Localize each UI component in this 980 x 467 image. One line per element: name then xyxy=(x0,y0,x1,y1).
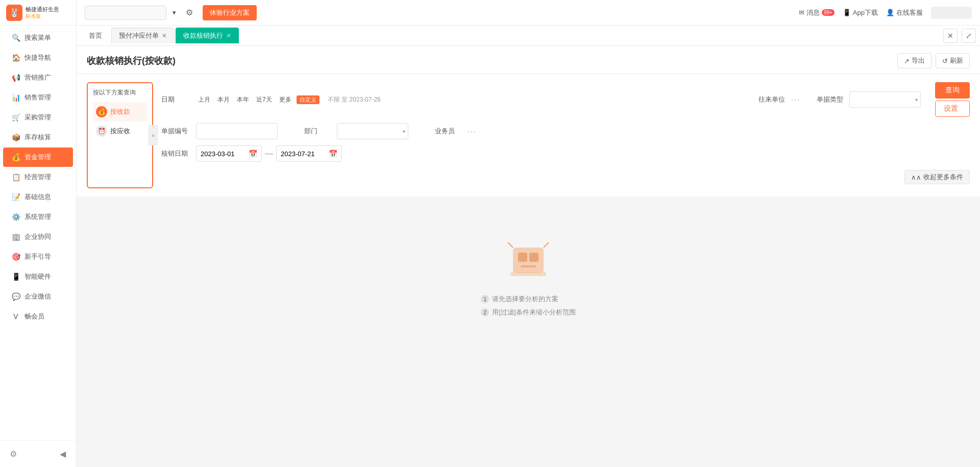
sidebar-item-search[interactable]: 🔍 搜索菜单 xyxy=(3,28,73,47)
main-content: ▾ ⚙ 休验行业方案 ✉ 消息 99+ 📱 App下载 👤 在线客服 首页预付冲… xyxy=(77,0,980,467)
nav-icon-search: 🔍 xyxy=(11,33,20,42)
date-shortcut-more[interactable]: 更多 xyxy=(277,94,293,105)
tab-write-off[interactable]: 收款核销执行✕ xyxy=(176,28,239,43)
sidebar-item-guide[interactable]: 🎯 新手引导 xyxy=(3,247,73,266)
sidebar-item-finance[interactable]: 💰 资金管理 xyxy=(3,148,73,167)
tab-close-prepay[interactable]: ✕ xyxy=(162,32,167,39)
logo-text: 畅捷通好生意 标准版 xyxy=(26,6,59,19)
date-shortcut-this-month[interactable]: 本月 xyxy=(215,94,232,105)
nav-icon-inventory: 📦 xyxy=(11,133,20,142)
sidebar-item-system[interactable]: ⚙️ 系统管理 xyxy=(3,207,73,227)
nav-label-system: 系统管理 xyxy=(24,212,51,222)
messages-btn[interactable]: ✉ 消息 99+ xyxy=(799,8,835,17)
tab-close-write-off[interactable]: ✕ xyxy=(226,32,231,39)
message-icon: ✉ xyxy=(799,9,804,16)
messages-label: 消息 xyxy=(806,8,820,17)
voucher-type-select[interactable] xyxy=(849,91,921,108)
sidebar-item-purchase[interactable]: 🛒 采购管理 xyxy=(3,108,73,127)
header-gear-icon[interactable]: ⚙ xyxy=(182,6,197,20)
nav-label-sales: 销售管理 xyxy=(24,93,51,102)
empty-state: 1 请先选择要分析的方案 2 用[过滤]条件来缩小分析范围 xyxy=(77,196,980,358)
calendar-end-icon[interactable]: 📅 xyxy=(329,150,337,158)
app-download-btn[interactable]: 📱 App下载 xyxy=(843,8,878,17)
nav-label-basic-info: 基础信息 xyxy=(24,192,51,202)
empty-tip-1: 1 请先选择要分析的方案 xyxy=(481,294,575,304)
writeoff-date-end-input[interactable] xyxy=(281,150,327,158)
collapse-filter-btn[interactable]: « xyxy=(148,125,158,145)
department-select[interactable] xyxy=(337,123,408,139)
staff-dots-btn[interactable]: ··· xyxy=(468,127,477,135)
date-shortcut-last-month[interactable]: 上月 xyxy=(196,94,212,105)
sidebar-item-marketing[interactable]: 📢 营销推广 xyxy=(3,68,73,87)
sidebar-item-enterprise[interactable]: 🏢 企业协同 xyxy=(3,227,73,247)
voucher-no-input[interactable] xyxy=(196,123,278,139)
date-limit: 不限 至 2023-07-26 xyxy=(328,95,381,104)
sidebar-item-wechat[interactable]: 💬 企业微信 xyxy=(3,287,73,306)
sidebar-item-hardware[interactable]: 📱 智能硬件 xyxy=(3,267,73,286)
receipt-icon: 💰 xyxy=(96,106,107,117)
filter-row-1: 日期 上月 本月 本年 近7天 更多 自定义 不限 至 2023-07-26 往… xyxy=(161,82,970,117)
date-separator: — xyxy=(265,149,273,158)
filter-panel-title: 按以下方案查询 xyxy=(93,88,147,97)
nav-label-guide: 新手引导 xyxy=(24,252,51,261)
tip-num-2: 2 xyxy=(481,308,489,316)
svg-line-5 xyxy=(508,242,513,248)
online-service-btn[interactable]: 👤 在线客服 xyxy=(886,8,923,17)
sidebar-item-sales[interactable]: 📊 销售管理 xyxy=(3,88,73,107)
filter-by-receivable[interactable]: ⏰ 按应收 xyxy=(93,121,147,141)
receivable-icon: ⏰ xyxy=(96,126,107,137)
page-title-row: 收款核销执行(按收款) ↗ 导出 ↺ 刷新 xyxy=(87,53,970,73)
collapse-sidebar-btn[interactable]: ◀ xyxy=(55,446,71,462)
tab-prepay[interactable]: 预付冲应付单✕ xyxy=(111,28,175,43)
settings-btn[interactable]: 设置 xyxy=(935,101,970,117)
logo-icon: 🐰 xyxy=(6,5,22,21)
sidebar-item-quick-nav[interactable]: 🏠 快捷导航 xyxy=(3,48,73,67)
svg-rect-1 xyxy=(518,253,527,262)
collapse-chevron-icon: ∧∧ xyxy=(911,174,921,181)
nav-icon-system: ⚙️ xyxy=(11,212,20,222)
filter-receivable-label: 按应收 xyxy=(110,127,130,136)
close-tab-btn[interactable]: ✕ xyxy=(943,29,958,43)
user-avatar[interactable] xyxy=(931,7,972,19)
empty-illustration xyxy=(498,237,559,288)
sidebar-bottom: ⚙ ◀ xyxy=(0,440,76,467)
nav-label-member: 畅会员 xyxy=(24,312,44,321)
nav-label-inventory: 库存核算 xyxy=(24,133,51,142)
sidebar-item-inventory[interactable]: 📦 库存核算 xyxy=(3,128,73,147)
expand-tab-btn[interactable]: ⤢ xyxy=(962,29,976,43)
writeoff-date-start-input[interactable] xyxy=(201,150,247,158)
nav-label-marketing: 营销推广 xyxy=(24,73,51,82)
sidebar-item-basic-info[interactable]: 📝 基础信息 xyxy=(3,187,73,207)
nav-icon-quick-nav: 🏠 xyxy=(11,53,20,62)
collapse-more-btn[interactable]: ∧∧ 收起更多条件 xyxy=(904,170,970,184)
tab-home[interactable]: 首页 xyxy=(81,28,110,43)
industry-btn[interactable]: 休验行业方案 xyxy=(203,5,257,20)
filter-by-receipt[interactable]: 💰 按收款 xyxy=(93,102,147,121)
nav-icon-purchase: 🛒 xyxy=(11,113,20,122)
tab-label-write-off: 收款核销执行 xyxy=(183,31,223,40)
page-content: 收款核销执行(按收款) ↗ 导出 ↺ 刷新 按以下方案查询 xyxy=(77,46,980,467)
date-shortcut-7days[interactable]: 近7天 xyxy=(254,94,274,105)
calendar-start-icon[interactable]: 📅 xyxy=(249,150,257,158)
refresh-btn[interactable]: ↺ 刷新 xyxy=(936,53,970,68)
query-btn[interactable]: 查询 xyxy=(935,82,970,99)
export-btn[interactable]: ↗ 导出 xyxy=(897,53,932,68)
nav-icon-wechat: 💬 xyxy=(11,292,20,301)
header-right: ✉ 消息 99+ 📱 App下载 👤 在线客服 xyxy=(799,7,972,19)
header-search-input[interactable] xyxy=(85,6,166,20)
sidebar-item-member[interactable]: V 畅会员 xyxy=(3,307,73,326)
nav-icon-finance: 💰 xyxy=(11,153,20,162)
writeoff-date-range: 📅 — 📅 xyxy=(196,145,342,162)
tab-actions: ✕ ⤢ xyxy=(943,29,976,43)
nav-label-operations: 经营管理 xyxy=(24,173,51,182)
empty-tip-2: 2 用[过滤]条件来缩小分析范围 xyxy=(481,308,575,317)
top-header: ▾ ⚙ 休验行业方案 ✉ 消息 99+ 📱 App下载 👤 在线客服 xyxy=(77,0,980,26)
writeoff-date-start-wrap: 📅 xyxy=(196,145,262,162)
sidebar-item-operations[interactable]: 📋 经营管理 xyxy=(3,167,73,187)
date-shortcut-this-year[interactable]: 本年 xyxy=(235,94,251,105)
settings-bottom-icon[interactable]: ⚙ xyxy=(5,446,21,462)
counterparty-dots-btn[interactable]: ··· xyxy=(791,95,800,104)
nav-icon-operations: 📋 xyxy=(11,173,20,182)
header-dropdown-btn[interactable]: ▾ xyxy=(173,9,176,16)
nav-label-quick-nav: 快捷导航 xyxy=(24,53,51,62)
